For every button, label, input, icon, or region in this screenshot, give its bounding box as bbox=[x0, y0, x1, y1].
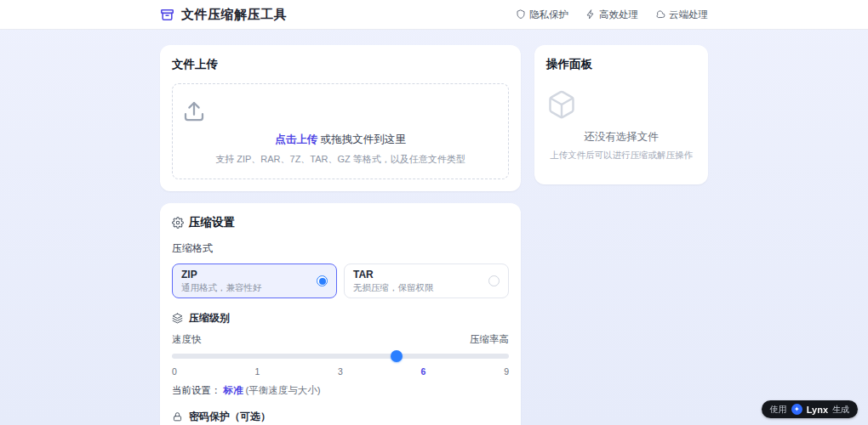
compression-level-slider[interactable] bbox=[172, 350, 509, 362]
format-name: ZIP bbox=[181, 269, 262, 280]
radio-checked-icon[interactable] bbox=[317, 275, 328, 286]
format-label: 压缩格式 bbox=[172, 241, 509, 256]
empty-title: 还没有选择文件 bbox=[546, 130, 696, 144]
gear-icon bbox=[172, 217, 184, 229]
tick-label: 0 bbox=[172, 366, 177, 377]
badge-brand: Lynx bbox=[807, 405, 828, 415]
level-label: 压缩级别 bbox=[189, 311, 230, 326]
feature-label: 隐私保护 bbox=[529, 8, 568, 21]
upload-card-title: 文件上传 bbox=[172, 57, 509, 72]
format-desc: 通用格式，兼容性好 bbox=[181, 282, 262, 294]
format-options: ZIP 通用格式，兼容性好 TAR 无损压缩，保留权限 bbox=[172, 264, 509, 298]
layers-icon bbox=[172, 313, 184, 325]
upload-dropzone[interactable]: 点击上传 或拖拽文件到这里 支持 ZIP、RAR、7Z、TAR、GZ 等格式，以… bbox=[172, 83, 509, 179]
upload-cta-link[interactable]: 点击上传 bbox=[275, 133, 317, 145]
operation-panel-card: 操作面板 还没有选择文件 上传文件后可以进行压缩或解压操作 bbox=[534, 45, 708, 184]
main-content: 文件上传 点击上传 或拖拽文件到这里 支持 ZIP、RAR、7Z、TAR、GZ … bbox=[160, 30, 708, 425]
badge-prefix: 使用 bbox=[770, 404, 787, 416]
empty-desc: 上传文件后可以进行压缩或解压操作 bbox=[546, 150, 696, 162]
slider-ticks: 0 1 3 6 9 bbox=[172, 366, 509, 377]
tick-label-active: 6 bbox=[421, 366, 426, 377]
current-desc: (平衡速度与大小) bbox=[246, 385, 321, 395]
upload-card: 文件上传 点击上传 或拖拽文件到这里 支持 ZIP、RAR、7Z、TAR、GZ … bbox=[160, 45, 521, 191]
settings-card-title: 压缩设置 bbox=[172, 215, 509, 230]
app-title: 文件压缩解压工具 bbox=[181, 7, 287, 23]
upload-icon bbox=[181, 99, 500, 124]
format-option-tar[interactable]: TAR 无损压缩，保留权限 bbox=[344, 264, 509, 298]
level-right-label: 压缩率高 bbox=[470, 333, 509, 346]
feature-cloud: 云端处理 bbox=[655, 8, 708, 21]
password-section-header: 密码保护（可选） bbox=[172, 410, 509, 424]
lynx-badge[interactable]: 使用 ✦ Lynx 生成 bbox=[762, 400, 858, 418]
format-desc: 无损压缩，保留权限 bbox=[353, 282, 434, 294]
package-icon bbox=[546, 89, 696, 120]
level-left-label: 速度快 bbox=[172, 333, 202, 346]
format-name: TAR bbox=[353, 269, 434, 280]
level-endpoints: 速度快 压缩率高 bbox=[172, 333, 509, 346]
tick-label: 9 bbox=[504, 366, 509, 377]
radio-unchecked-icon[interactable] bbox=[488, 275, 500, 286]
feature-label: 高效处理 bbox=[599, 8, 638, 21]
dropzone-text-suffix: 或拖拽文件到这里 bbox=[317, 133, 405, 145]
tick-label: 3 bbox=[338, 366, 343, 377]
brand: 文件压缩解压工具 bbox=[160, 7, 287, 23]
slider-track[interactable] bbox=[172, 354, 509, 359]
current-value: 标准 bbox=[224, 385, 243, 395]
dropzone-hint: 支持 ZIP、RAR、7Z、TAR、GZ 等格式，以及任意文件类型 bbox=[181, 153, 500, 166]
settings-card: 压缩设置 压缩格式 ZIP 通用格式，兼容性好 TAR 无损压缩 bbox=[160, 203, 521, 425]
badge-suffix: 生成 bbox=[832, 404, 849, 416]
format-text: TAR 无损压缩，保留权限 bbox=[353, 269, 434, 294]
archive-logo-icon bbox=[160, 8, 174, 22]
cloud-icon bbox=[655, 9, 665, 20]
lock-icon bbox=[172, 411, 184, 423]
slider-handle[interactable] bbox=[391, 350, 403, 362]
current-prefix: 当前设置： bbox=[172, 385, 221, 395]
current-setting-line: 当前设置：标准(平衡速度与大小) bbox=[172, 384, 509, 397]
dropzone-text: 点击上传 或拖拽文件到这里 bbox=[181, 133, 500, 147]
password-label: 密码保护（可选） bbox=[189, 410, 271, 424]
empty-state: 还没有选择文件 上传文件后可以进行压缩或解压操作 bbox=[546, 72, 696, 162]
format-option-zip[interactable]: ZIP 通用格式，兼容性好 bbox=[172, 264, 337, 298]
settings-title-text: 压缩设置 bbox=[189, 215, 235, 230]
lynx-logo-icon: ✦ bbox=[791, 404, 802, 415]
shield-icon bbox=[516, 9, 526, 20]
lightning-icon bbox=[585, 9, 596, 20]
format-text: ZIP 通用格式，兼容性好 bbox=[181, 269, 262, 294]
feature-speed: 高效处理 bbox=[585, 8, 638, 21]
app-header: 文件压缩解压工具 隐私保护 高效处理 bbox=[0, 0, 868, 30]
header-feature-list: 隐私保护 高效处理 云端处理 bbox=[516, 8, 708, 21]
level-section-header: 压缩级别 bbox=[172, 311, 509, 326]
tick-label: 1 bbox=[255, 366, 260, 377]
feature-label: 云端处理 bbox=[669, 8, 708, 21]
feature-privacy: 隐私保护 bbox=[516, 8, 568, 21]
panel-title: 操作面板 bbox=[546, 57, 696, 72]
